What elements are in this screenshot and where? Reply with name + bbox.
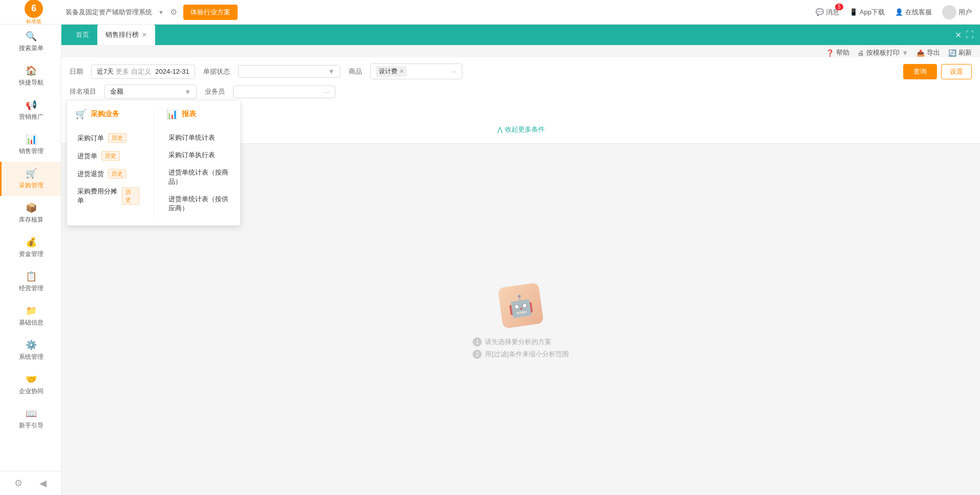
sidebar-item-capital[interactable]: 💰 资金管理 <box>0 230 61 265</box>
sidebar-item-inventory[interactable]: 📦 库存核算 <box>0 196 61 230</box>
purchase-col-header: 🛒 采购业务 <box>75 109 141 123</box>
dropdown-item-stock-in-stat-supplier[interactable]: 进货单统计表（按供应商） <box>166 190 232 217</box>
filter-row-2: 排名项目 金额 ▼ 业务员 ··· <box>70 84 972 99</box>
tip-num-1: 1 <box>473 337 482 347</box>
settings-button[interactable]: 设置 <box>941 64 972 79</box>
print-icon: 🖨 <box>858 49 864 57</box>
search-icon: 🔍 <box>26 31 37 42</box>
purchase-col-icon: 🛒 <box>75 109 87 120</box>
phone-icon: 📱 <box>849 8 858 16</box>
salesman-more-icon[interactable]: ··· <box>324 88 330 96</box>
guide-icon: 📖 <box>26 408 37 419</box>
empty-illustration: 🤖 <box>490 280 551 331</box>
goods-more-icon[interactable]: ··· <box>451 68 457 75</box>
sidebar-item-marketing[interactable]: 📢 营销推广 <box>0 93 61 127</box>
sidebar-label-quick: 快捷导航 <box>19 78 44 87</box>
sidebar-item-guide[interactable]: 📖 新手引导 <box>0 402 61 436</box>
sidebar-settings-icon[interactable]: ⚙ <box>14 478 23 489</box>
sidebar-item-sales[interactable]: 📊 销售管理 <box>0 127 61 162</box>
tab-close-icon[interactable]: ✕ <box>142 31 147 38</box>
report-col-header: 📊 报表 <box>166 109 232 123</box>
service-icon: 👤 <box>895 8 903 16</box>
app-download-button[interactable]: 📱 App下载 <box>849 8 885 17</box>
messages-button[interactable]: 💬 消息 5 <box>816 8 839 17</box>
goods-tag-close-icon[interactable]: ✕ <box>399 68 404 75</box>
export-button[interactable]: 📤 导出 <box>917 48 940 57</box>
report-col-title: 报表 <box>182 110 196 119</box>
sidebar-item-system[interactable]: ⚙️ 系统管理 <box>0 333 61 368</box>
sidebar-item-search[interactable]: 🔍 搜索菜单 <box>0 25 61 59</box>
trial-button[interactable]: 体验行业方案 <box>183 5 238 20</box>
print-button[interactable]: 🖨 按模板打印 ▼ <box>858 48 908 57</box>
empty-robot-icon: 🤖 <box>498 283 544 329</box>
user-button[interactable]: 用户 <box>942 5 972 19</box>
online-service-button[interactable]: 👤 在线客服 <box>895 8 932 17</box>
system-dropdown-arrow[interactable]: ▼ <box>158 9 164 15</box>
top-bar: 6 标准版 装备及固定资产辅助管理系统 ▼ ⚙ 体验行业方案 💬 消息 5 📱 … <box>0 0 980 25</box>
system-icon: ⚙️ <box>26 339 37 351</box>
stock-in-label: 进货单 <box>77 152 97 161</box>
purchase-order-exec-label: 采购订单执行表 <box>168 150 215 160</box>
dropdown-item-stock-return[interactable]: 进货退货 历史 <box>75 165 141 183</box>
voucher-status-input[interactable]: ▼ <box>238 65 340 78</box>
online-service-label: 在线客服 <box>905 8 932 17</box>
salesman-input[interactable]: ··· <box>233 85 335 98</box>
dropdown-item-purchase-expense[interactable]: 采购费用分摊单 历史 <box>75 183 141 209</box>
message-badge: 5 <box>835 4 843 10</box>
date-label: 日期 <box>70 67 83 76</box>
purchase-order-stat-label: 采购订单统计表 <box>168 133 215 142</box>
tab-bar-expand-icon[interactable]: ⛶ <box>966 30 974 40</box>
user-avatar-icon <box>942 5 956 19</box>
goods-tag-text: 设计费 <box>379 67 397 76</box>
date-input[interactable]: 近7天 更多 自定义 2024-12-31 <box>91 64 195 79</box>
sidebar-label-basic: 基础信息 <box>19 318 44 327</box>
marketing-icon: 📢 <box>26 99 37 111</box>
goods-input[interactable]: 设计费 ✕ ··· <box>370 63 462 79</box>
sidebar-item-basic[interactable]: 📁 基础信息 <box>0 299 61 333</box>
print-dropdown-icon[interactable]: ▼ <box>902 49 908 57</box>
sidebar-item-quick[interactable]: 🏠 快捷导航 <box>0 59 61 93</box>
collapse-button[interactable]: ⋀ 收起更多条件 <box>494 122 548 137</box>
dropdown-item-stock-in[interactable]: 进货单 历史 <box>75 147 141 165</box>
purchase-expense-label: 采购费用分摊单 <box>77 187 118 205</box>
dropdown-item-purchase-order[interactable]: 采购订单 历史 <box>75 129 141 147</box>
sidebar-item-enterprise[interactable]: 🤝 企业协同 <box>0 368 61 402</box>
print-label: 按模板打印 <box>866 48 900 57</box>
sidebar-item-operation[interactable]: 📋 经营管理 <box>0 265 61 299</box>
query-button[interactable]: 查询 <box>903 64 937 79</box>
stock-in-stat-supplier-label: 进货单统计表（按供应商） <box>168 195 230 213</box>
dropdown-item-stock-in-stat-goods[interactable]: 进货单统计表（按商品） <box>166 164 232 190</box>
settings-icon[interactable]: ⚙ <box>170 7 177 17</box>
stock-return-label: 进货退货 <box>77 169 104 179</box>
sidebar-label-sales: 销售管理 <box>19 147 44 156</box>
rank-value: 金额 <box>110 87 123 96</box>
tab-sales-rank-label: 销售排行榜 <box>105 30 139 39</box>
salesman-label: 业务员 <box>205 87 225 96</box>
top-right: 💬 消息 5 📱 App下载 👤 在线客服 用户 <box>816 5 972 19</box>
rank-input[interactable]: 金额 ▼ <box>104 84 197 99</box>
refresh-button[interactable]: 🔄 刷新 <box>948 48 972 57</box>
help-button[interactable]: ❓ 帮助 <box>826 48 849 57</box>
sidebar-label-operation: 经营管理 <box>19 284 44 293</box>
sidebar-label-inventory: 库存核算 <box>19 216 44 224</box>
dropdown-item-purchase-order-exec[interactable]: 采购订单执行表 <box>166 146 232 164</box>
tab-home-label: 首页 <box>76 30 89 39</box>
tip-text-2: 用[过滤]条件来缩小分析范围 <box>485 350 568 359</box>
date-end: 2024-12-31 <box>155 68 189 75</box>
sidebar-collapse-icon[interactable]: ◀ <box>39 478 47 489</box>
sidebar-label-search: 搜索菜单 <box>19 44 44 53</box>
report-col-icon: 📊 <box>166 109 178 120</box>
purchase-order-label: 采购订单 <box>77 134 104 143</box>
refresh-icon: 🔄 <box>948 49 956 57</box>
toolbar-row: ❓ 帮助 🖨 按模板打印 ▼ 📤 导出 🔄 刷新 <box>61 45 980 57</box>
purchase-expense-history-tag: 历史 <box>122 187 139 205</box>
empty-tips: 1 请先选择要分析的方案 2 用[过滤]条件来缩小分析范围 <box>473 337 568 359</box>
inventory-icon: 📦 <box>26 202 37 213</box>
sidebar-item-purchase[interactable]: 🛒 采购管理 <box>0 162 61 196</box>
export-icon: 📤 <box>917 49 925 57</box>
tip-text-1: 请先选择要分析的方案 <box>485 337 551 347</box>
tab-sales-rank[interactable]: 销售排行榜 ✕ <box>97 25 155 45</box>
tab-bar-close-icon[interactable]: ✕ <box>955 30 962 40</box>
dropdown-item-purchase-order-stat[interactable]: 采购订单统计表 <box>166 129 232 146</box>
tab-home[interactable]: 首页 <box>68 25 97 45</box>
